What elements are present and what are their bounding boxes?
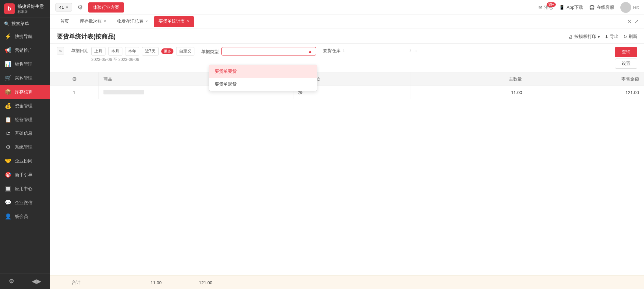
mobile-icon: 📱 — [559, 5, 565, 10]
collapse-sidebar-btn[interactable]: ◀▶ — [29, 276, 44, 286]
date-last-7days-btn[interactable]: 近7天 — [142, 47, 159, 55]
sidebar-nav: ⚡ 快捷导航 📢 营销推广 📊 销售管理 🛒 采购管理 📦 库存核算 💰 资金管… — [0, 29, 50, 273]
print-template-btn[interactable]: 🖨 按模板打印 ▾ — [569, 34, 600, 40]
enterprise-wechat-icon: 💬 — [5, 199, 11, 206]
tab-close-all-btn[interactable]: ✕ — [627, 18, 631, 25]
print-label: 按模板打印 — [574, 34, 596, 40]
tab-receive-summary[interactable]: 收发存汇总表 × — [112, 16, 152, 27]
sidebar-item-purchase[interactable]: 🛒 采购管理 — [0, 71, 50, 85]
nav-label: 库存核算 — [15, 89, 32, 95]
date-this-year-btn[interactable]: 本年 — [125, 47, 139, 55]
sidebar-item-app-center[interactable]: 🔲 应用中心 — [0, 182, 50, 196]
message-badge: 99+ — [547, 2, 556, 7]
filter-buttons: 查询 设置 — [615, 47, 637, 69]
sidebar-item-quick-nav[interactable]: ⚡ 快捷导航 — [0, 29, 50, 43]
store-selector[interactable]: 41 ▾ — [55, 3, 72, 12]
date-custom-btn[interactable]: 自定义 — [176, 47, 194, 55]
nav-label: 经营管理 — [15, 117, 32, 123]
date-last-month-btn[interactable]: 上月 — [91, 47, 105, 55]
filter-expand-btn[interactable]: » — [57, 47, 64, 54]
page-content: 要货单统计表(按商品) 🖨 按模板打印 ▾ ⬇ 导出 ↻ 刷新 — [50, 28, 644, 289]
settings-bottom-btn[interactable]: ⚙ — [6, 276, 17, 286]
sidebar-item-enterprise[interactable]: 🤝 企业协同 — [0, 154, 50, 168]
col-header-gear[interactable]: ⚙ — [50, 72, 99, 86]
tab-receive-summary-close[interactable]: × — [145, 19, 148, 24]
warehouse-select-dropdown[interactable] — [343, 49, 411, 52]
dropdown-item-order-goods[interactable]: 要货单要货 — [209, 65, 317, 78]
dropdown-item-order-return[interactable]: 要货单退货 — [209, 78, 317, 91]
refresh-label: 刷新 — [628, 34, 637, 40]
nav-label: 应用中心 — [15, 186, 32, 192]
sidebar-item-finance[interactable]: 💰 资金管理 — [0, 99, 50, 113]
filter-more-dots[interactable]: ··· — [413, 48, 417, 53]
sidebar-item-basic[interactable]: 🗂 基础信息 — [0, 127, 50, 140]
tab-order-summary-close[interactable]: × — [187, 19, 189, 24]
tab-order-summary[interactable]: 要货单统计表 × — [154, 16, 194, 27]
data-table: ⚙ 商品 主计量单位 主数量 零 — [50, 72, 644, 99]
set-button[interactable]: 设置 — [615, 59, 637, 69]
tab-expand-btn[interactable]: ⤢ — [634, 18, 639, 25]
gear-button[interactable]: ⚙ — [76, 2, 84, 13]
nav-label: 快捷导航 — [15, 34, 32, 40]
message-icon: ✉ — [539, 5, 542, 10]
col-product-label: 商品 — [103, 76, 112, 82]
enterprise-icon: 🤝 — [5, 158, 11, 164]
chevron-print-icon: ▾ — [598, 34, 600, 39]
app-download-action[interactable]: 📱 App下载 — [559, 4, 583, 10]
type-select-dropdown[interactable]: ▲ — [221, 47, 316, 55]
store-number: 41 — [59, 5, 64, 10]
page-title: 要货单统计表(按商品) — [57, 32, 116, 41]
logo-icon: b — [4, 3, 15, 14]
header-right: ✉ 消息 99+ 📱 App下载 🎧 在线客服 Rit — [539, 2, 639, 13]
system-icon: ⚙ — [5, 144, 11, 150]
tab-inventory-batch[interactable]: 库存批次账 × — [75, 16, 111, 27]
sidebar-item-operation[interactable]: 📋 经营管理 — [0, 113, 50, 127]
content-area: 要货单统计表(按商品) 🖨 按模板打印 ▾ ⬇ 导出 ↻ 刷新 — [50, 28, 644, 289]
sidebar-search[interactable]: 🔍 搜索菜单 — [0, 18, 50, 29]
warehouse-filter-label: 要货仓库 — [323, 47, 340, 54]
col-qty-label: 主数量 — [509, 76, 522, 82]
main-content: 41 ▾ ⚙ 体验行业方案 ✉ 消息 99+ 📱 App下载 🎧 在线客服 R — [50, 0, 644, 289]
col-amount-label: 零售金额 — [621, 76, 639, 82]
date-filter-label: 单据日期 — [71, 47, 89, 54]
tab-home[interactable]: 首页 — [55, 16, 74, 27]
message-action[interactable]: ✉ 消息 99+ — [539, 4, 553, 10]
operation-icon: 📋 — [5, 116, 11, 123]
sidebar-item-system[interactable]: ⚙ 系统管理 — [0, 140, 50, 154]
row-num-cell: 1 — [50, 86, 99, 99]
online-service-action[interactable]: 🎧 在线客服 — [589, 4, 614, 10]
tab-inventory-batch-close[interactable]: × — [104, 19, 106, 24]
column-settings-icon[interactable]: ⚙ — [72, 76, 77, 82]
header-left: 41 ▾ ⚙ 体验行业方案 — [55, 2, 124, 13]
logo-sub-text: 标准版 — [18, 9, 44, 14]
sidebar-item-inventory[interactable]: 📦 库存核算 — [0, 85, 50, 99]
type-filter-label: 单据类型 — [201, 48, 219, 55]
avatar — [620, 2, 631, 13]
sidebar-item-sales[interactable]: 📊 销售管理 — [0, 57, 50, 71]
tab-receive-summary-label: 收发存汇总表 — [117, 18, 143, 24]
footer-total-label: 合计 — [55, 280, 80, 286]
search-icon: 🔍 — [4, 21, 9, 26]
sidebar-item-member[interactable]: 👤 畅会员 — [0, 209, 50, 223]
date-this-month-btn[interactable]: 本月 — [108, 47, 122, 55]
date-top-row: 上月 本月 本年 近7天 更多 自定义 — [91, 47, 194, 55]
date-more-tag[interactable]: 更多 — [161, 48, 173, 54]
user-avatar-area[interactable]: Rit — [620, 2, 639, 13]
footer-amount-value: 121.00 — [172, 280, 212, 285]
sidebar-item-marketing[interactable]: 📢 营销推广 — [0, 43, 50, 57]
industry-button[interactable]: 体验行业方案 — [88, 2, 124, 13]
print-icon: 🖨 — [569, 34, 573, 39]
table-header-row: ⚙ 商品 主计量单位 主数量 零 — [50, 72, 644, 86]
chevron-up-icon: ▲ — [308, 49, 312, 54]
sidebar-logo: b 畅捷通好生意 标准版 — [0, 0, 50, 18]
export-label: 导出 — [610, 34, 619, 40]
table-row: 1 块 11.00 121.0 — [50, 86, 644, 99]
query-button[interactable]: 查询 — [615, 47, 637, 57]
online-service-label: 在线客服 — [597, 4, 614, 10]
sidebar-item-guide[interactable]: 🎯 新手引导 — [0, 168, 50, 182]
quick-nav-icon: ⚡ — [5, 33, 11, 40]
refresh-btn[interactable]: ↻ 刷新 — [623, 34, 637, 40]
sidebar-item-enterprise-wechat[interactable]: 💬 企业微信 — [0, 196, 50, 209]
page-actions: 🖨 按模板打印 ▾ ⬇ 导出 ↻ 刷新 — [569, 34, 637, 40]
export-btn[interactable]: ⬇ 导出 — [605, 34, 619, 40]
